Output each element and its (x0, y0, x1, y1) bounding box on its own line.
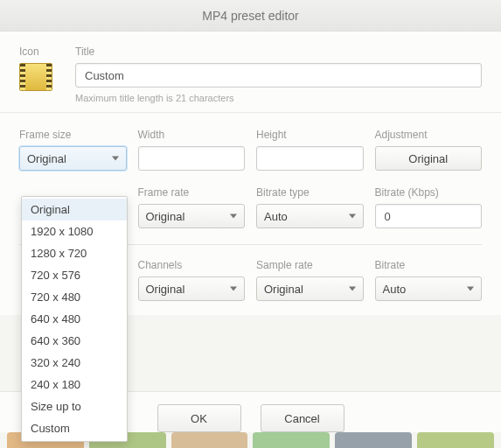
channels-value: Original (146, 283, 185, 296)
ok-button[interactable]: OK (157, 404, 241, 432)
bitratetype-label: Bitrate type (256, 186, 364, 199)
header-section: Icon Title Maximum title length is 21 ch… (0, 32, 501, 113)
chevron-down-icon (349, 214, 356, 219)
framesize-option[interactable]: 240 x 180 (22, 374, 127, 396)
audiobitrate-label: Bitrate (375, 259, 483, 271)
bitratekbps-label: Bitrate (Kbps) (375, 186, 483, 199)
samplerate-value: Original (264, 283, 303, 296)
chevron-down-icon (230, 287, 237, 291)
audiobitrate-value: Auto (383, 283, 407, 296)
icon-label: Icon (19, 46, 59, 58)
framesize-option[interactable]: 640 x 360 (22, 330, 127, 352)
height-label: Height (256, 129, 364, 141)
framesize-option[interactable]: 720 x 480 (22, 286, 127, 308)
adjustment-label: Adjustment (375, 129, 483, 141)
film-icon[interactable] (19, 63, 52, 91)
framesize-option[interactable]: Custom (22, 417, 127, 439)
framesize-option[interactable]: 320 x 240 (22, 352, 127, 374)
title-input[interactable] (75, 63, 482, 88)
width-label: Width (138, 129, 246, 141)
framesize-option[interactable]: 720 x 576 (22, 264, 127, 286)
title-label: Title (75, 46, 482, 58)
window-title: MP4 preset editor (202, 9, 299, 23)
bitratetype-select[interactable]: Auto (256, 204, 364, 228)
framesize-dropdown[interactable]: Original1920 x 10801280 x 720720 x 57672… (21, 196, 128, 442)
framesize-option[interactable]: 640 x 480 (22, 308, 127, 330)
chevron-down-icon (230, 214, 237, 219)
cancel-button[interactable]: Cancel (261, 404, 344, 432)
channels-select[interactable]: Original (138, 276, 246, 301)
framerate-label: Frame rate (138, 186, 246, 199)
channels-label: Channels (138, 259, 246, 271)
chevron-down-icon (349, 287, 356, 291)
bitratekbps-input[interactable] (375, 204, 483, 228)
chevron-down-icon (112, 157, 119, 161)
framesize-option[interactable]: 1920 x 1080 (22, 220, 127, 242)
width-input[interactable] (138, 146, 246, 171)
samplerate-label: Sample rate (256, 259, 364, 271)
audiobitrate-select[interactable]: Auto (375, 276, 483, 301)
framerate-value: Original (146, 210, 185, 223)
samplerate-select[interactable]: Original (256, 276, 364, 301)
framerate-select[interactable]: Original (138, 204, 246, 228)
adjustment-button[interactable]: Original (375, 146, 483, 171)
framesize-select[interactable]: Original (19, 146, 127, 171)
bitratetype-value: Auto (264, 210, 288, 223)
framesize-option[interactable]: Size up to (22, 396, 127, 417)
titlebar: MP4 preset editor (0, 0, 501, 32)
chevron-down-icon (467, 287, 474, 291)
title-hint: Maximum title length is 21 characters (75, 93, 482, 103)
height-input[interactable] (256, 146, 364, 171)
framesize-label: Frame size (19, 129, 127, 141)
framesize-option[interactable]: 1280 x 720 (22, 242, 127, 264)
framesize-option[interactable]: Original (22, 199, 127, 220)
framesize-value: Original (27, 152, 66, 165)
